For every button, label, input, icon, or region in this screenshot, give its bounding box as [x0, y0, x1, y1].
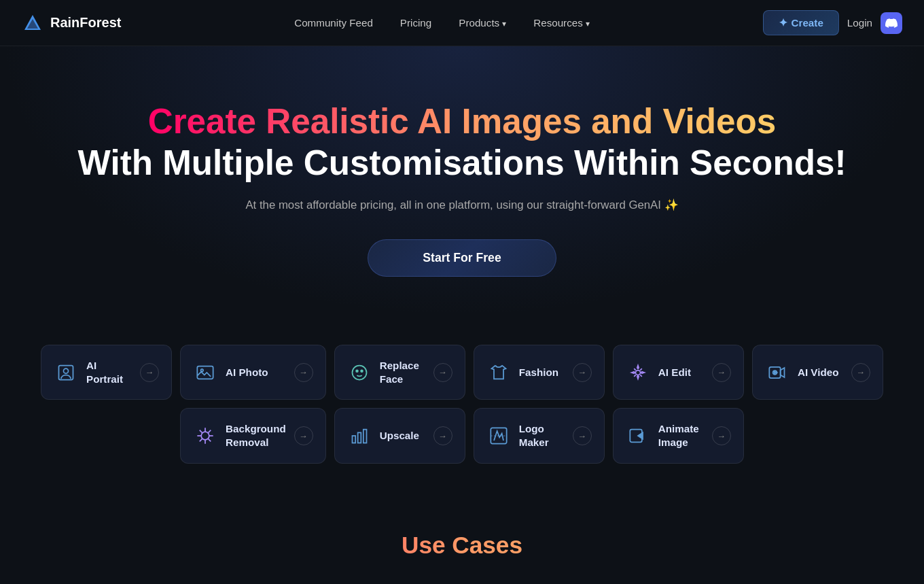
svg-point-3 — [64, 368, 69, 373]
card-ai-photo[interactable]: AI Photo → — [180, 345, 326, 400]
card-animate-image-label: Animate Image — [658, 422, 704, 449]
nav-pricing[interactable]: Pricing — [389, 13, 442, 33]
card-upscale[interactable]: Upscale → — [334, 408, 465, 464]
navbar: RainForest Community Feed Pricing Produc… — [0, 0, 924, 46]
nav-links: Community Feed Pricing Products Resource… — [283, 13, 601, 33]
use-cases-section: Use Cases — [0, 491, 924, 584]
card-animate-image-arrow: → — [712, 426, 731, 445]
card-fashion-arrow: → — [573, 363, 592, 382]
card-ai-video-arrow: → — [851, 363, 870, 382]
svg-line-19 — [209, 439, 211, 442]
svg-rect-22 — [352, 436, 355, 443]
logo-icon — [486, 424, 511, 448]
card-ai-edit[interactable]: AI Edit → — [613, 345, 744, 400]
card-replace-face-arrow: → — [433, 363, 452, 382]
discord-svg — [885, 17, 898, 29]
brand-logo[interactable]: RainForest — [22, 12, 121, 34]
card-fashion-label: Fashion — [519, 366, 565, 379]
svg-point-8 — [361, 370, 363, 372]
nav-resources[interactable]: Resources — [522, 13, 601, 33]
card-ai-video-label: AI Video — [798, 366, 843, 379]
resources-chevron-icon — [586, 17, 590, 29]
nav-right: ✦ Create Login — [763, 10, 902, 35]
start-for-free-button[interactable]: Start For Free — [368, 239, 556, 277]
hero-heading: Create Realistic AI Images and Videos Wi… — [27, 101, 897, 184]
card-ai-video[interactable]: AI Video → — [752, 345, 883, 400]
nav-products[interactable]: Products — [448, 13, 517, 33]
logo-icon — [22, 12, 43, 34]
card-upscale-arrow: → — [433, 426, 452, 445]
photo-icon — [193, 360, 217, 385]
hero-subtext: At the most affordable pricing, all in o… — [27, 198, 897, 212]
card-replace-face-label: Replace Face — [380, 359, 425, 386]
svg-rect-24 — [363, 430, 367, 443]
video-icon — [765, 360, 789, 385]
card-ai-photo-label: AI Photo — [226, 366, 286, 379]
card-ai-portrait-arrow: → — [140, 363, 159, 382]
feature-cards-section: AI Portrait → AI Photo → — [0, 317, 924, 491]
card-background-removal[interactable]: Background Removal → — [180, 408, 326, 464]
login-button[interactable]: Login — [847, 17, 872, 29]
bg-removal-icon — [193, 424, 217, 448]
card-logo-maker[interactable]: Logo Maker → — [474, 408, 605, 464]
sparkle-icon: ✦ — [779, 16, 787, 29]
products-chevron-icon — [502, 17, 506, 29]
hero-headline-line1: Create Realistic AI Images and Videos — [148, 102, 777, 141]
card-ai-edit-arrow: → — [712, 363, 731, 382]
svg-line-20 — [209, 430, 211, 433]
svg-point-6 — [352, 365, 366, 379]
card-animate-image[interactable]: Animate Image → — [613, 408, 744, 464]
svg-point-7 — [356, 370, 358, 372]
cards-grid: AI Portrait → AI Photo → — [41, 345, 883, 464]
card-fashion[interactable]: Fashion → — [474, 345, 605, 400]
brand-name: RainForest — [50, 15, 121, 31]
card-background-removal-arrow: → — [294, 426, 313, 445]
card-background-removal-label: Background Removal — [226, 422, 286, 449]
use-cases-heading: Use Cases — [27, 532, 897, 559]
fashion-icon — [486, 360, 511, 385]
discord-icon[interactable] — [881, 12, 902, 34]
svg-point-5 — [201, 368, 204, 371]
animate-icon — [626, 424, 650, 448]
nav-community-feed[interactable]: Community Feed — [283, 13, 384, 33]
create-button[interactable]: ✦ Create — [763, 10, 839, 35]
portrait-icon — [54, 360, 78, 385]
card-ai-photo-arrow: → — [294, 363, 313, 382]
card-replace-face[interactable]: Replace Face → — [334, 345, 465, 400]
card-ai-portrait[interactable]: AI Portrait → — [41, 345, 172, 400]
svg-line-18 — [200, 430, 202, 433]
svg-line-21 — [200, 439, 202, 442]
hero-headline-line2: With Multiple Customisations Within Seco… — [78, 143, 847, 182]
hero-section: Create Realistic AI Images and Videos Wi… — [0, 46, 924, 317]
svg-marker-28 — [638, 432, 643, 439]
face-icon — [347, 360, 372, 385]
card-upscale-label: Upscale — [380, 429, 425, 443]
card-ai-portrait-label: AI Portrait — [86, 359, 132, 386]
upscale-icon — [347, 424, 372, 448]
svg-point-13 — [201, 432, 209, 440]
svg-point-9 — [635, 370, 640, 375]
card-logo-maker-label: Logo Maker — [519, 422, 565, 449]
card-ai-edit-label: AI Edit — [658, 366, 704, 379]
edit-icon — [626, 360, 650, 385]
card-logo-maker-arrow: → — [573, 426, 592, 445]
svg-rect-23 — [357, 432, 361, 443]
